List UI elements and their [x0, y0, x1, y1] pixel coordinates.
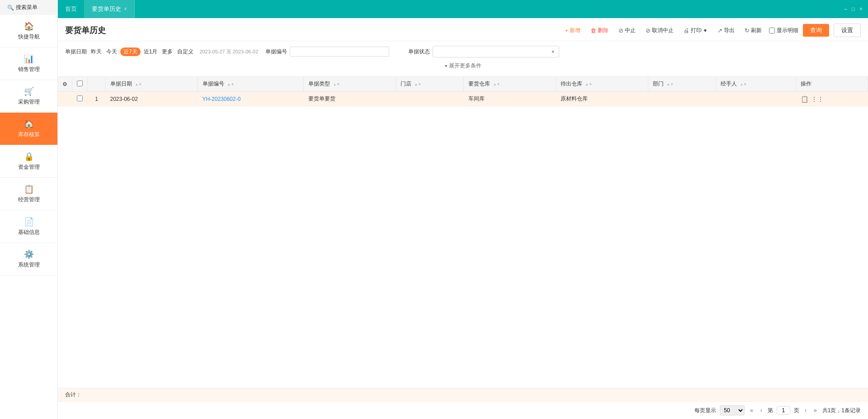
- date-range-display: 2023-05-27 至 2023-06-02: [199, 48, 258, 55]
- page-prev-icon[interactable]: ‹: [759, 407, 764, 414]
- sort-dept-icon: ▲▼: [666, 83, 674, 86]
- display-detail-checkbox[interactable]: [769, 28, 775, 33]
- th-pending-warehouse[interactable]: 待出仓库 ▲▼: [556, 76, 648, 92]
- export-button[interactable]: ↗ 导出: [715, 25, 737, 36]
- th-bill-type[interactable]: 单据类型 ▲▼: [304, 76, 396, 92]
- sort-handler-icon: ▲▼: [740, 83, 747, 86]
- table-container: ⚙ 单据日期 ▲▼ 单据编号 ▲▼: [58, 76, 868, 388]
- delete-button[interactable]: 🗑 删除: [588, 25, 611, 36]
- th-department[interactable]: 部门 ▲▼: [648, 76, 716, 92]
- toolbar: + 新增 🗑 删除 ⊘ 中止 ⊘ 取消中止 🖨 打印: [562, 24, 861, 37]
- page-last-icon[interactable]: »: [812, 407, 819, 414]
- filter-area: 单据日期 昨天 今天 近7天 近1月 更多 自定义 2023-05-27 至 2…: [58, 41, 868, 76]
- row-more-icon[interactable]: ⋮⋮: [811, 95, 824, 103]
- sidebar: 🔍 搜索菜单 🏠 快捷导航 📊 销售管理 🛒 采购管理 🏠 库存核算 🔒 资金管…: [0, 0, 58, 419]
- date-btn-yesterday[interactable]: 昨天: [90, 48, 103, 56]
- page-header: 要货单历史 + 新增 🗑 删除 ⊘ 中止 ⊘ 取消中止: [58, 18, 868, 41]
- settings-gear-icon: ⚙: [62, 81, 67, 87]
- th-handler[interactable]: 经手人 ▲▼: [716, 76, 796, 92]
- topbar: 首页 要货单历史 × – □ ×: [58, 0, 868, 18]
- topbar-tabs: 首页 要货单历史 ×: [58, 0, 135, 18]
- row-actions-cell: 📋 ⋮⋮: [796, 92, 868, 106]
- sidebar-item-finance[interactable]: 🔒 资金管理: [0, 145, 57, 178]
- row-checkbox-cell[interactable]: [72, 92, 88, 106]
- date-btn-more[interactable]: 更多: [160, 48, 174, 56]
- stop-button[interactable]: ⊘ 中止: [616, 25, 638, 36]
- date-btn-today[interactable]: 今天: [105, 48, 118, 56]
- row-bill-type: 要货单要货: [304, 92, 396, 106]
- sidebar-item-system[interactable]: ⚙️ 系统管理: [0, 243, 57, 276]
- close-window-icon[interactable]: ×: [859, 6, 863, 12]
- refresh-icon: ↻: [745, 27, 750, 34]
- basic-icon: 📄: [24, 217, 34, 227]
- sidebar-item-purchase[interactable]: 🛒 采购管理: [0, 80, 57, 113]
- date-btn-custom[interactable]: 自定义: [176, 48, 195, 56]
- add-button[interactable]: + 新增: [562, 25, 584, 36]
- print-icon: 🖨: [684, 27, 689, 34]
- th-settings[interactable]: ⚙: [58, 76, 72, 92]
- row-pending-warehouse: 原材料仓库: [556, 92, 648, 106]
- expand-button[interactable]: ▾ 展开更多条件: [439, 60, 487, 71]
- inventory-icon: 🏠: [24, 119, 34, 129]
- bill-no-filter-group: 单据编号: [265, 47, 401, 57]
- date-btn-1month[interactable]: 近1月: [142, 48, 159, 56]
- tab-home[interactable]: 首页: [58, 0, 85, 18]
- settings-button[interactable]: 设置: [834, 24, 861, 37]
- query-button[interactable]: 查询: [803, 24, 829, 37]
- maximize-icon[interactable]: □: [852, 6, 855, 12]
- topbar-right: – □ ×: [844, 6, 868, 12]
- status-label: 单据状态: [408, 48, 430, 56]
- th-bill-no[interactable]: 单据编号 ▲▼: [198, 76, 303, 92]
- page-next-icon[interactable]: ›: [803, 407, 808, 414]
- th-store[interactable]: 门店 ▲▼: [396, 76, 463, 92]
- lock-icon: 🔒: [24, 152, 34, 162]
- minimize-icon[interactable]: –: [844, 6, 847, 12]
- row-num: 1: [88, 92, 106, 106]
- row-handler: [716, 92, 796, 106]
- date-filter-buttons: 昨天 今天 近7天 近1月 更多 自定义: [90, 48, 195, 56]
- stop-icon: ⊘: [618, 27, 623, 34]
- print-button[interactable]: 🖨 打印 ▼: [681, 25, 710, 36]
- table-header-row: ⚙ 单据日期 ▲▼ 单据编号 ▲▼: [58, 76, 868, 92]
- page-title: 要货单历史: [65, 25, 106, 36]
- status-select[interactable]: ▼: [433, 46, 559, 57]
- page-number-input[interactable]: [777, 406, 790, 414]
- th-req-warehouse[interactable]: 要货仓库 ▲▼: [464, 76, 556, 92]
- export-icon: ↗: [717, 27, 722, 34]
- row-bill-no[interactable]: YH-20230602-0: [198, 92, 303, 106]
- page-first-icon[interactable]: «: [748, 407, 755, 414]
- pagination: 每页显示 50 20 100 « ‹ 第 页 › » 共1页，1条记录: [58, 401, 868, 419]
- row-checkbox[interactable]: [77, 95, 83, 101]
- th-date[interactable]: 单据日期 ▲▼: [106, 76, 198, 92]
- table-body: 1 2023-06-02 YH-20230602-0 要货单要货 车间库 原材料…: [58, 92, 868, 106]
- delete-icon: 🗑: [590, 27, 596, 34]
- expand-row: ▾ 展开更多条件: [65, 60, 861, 71]
- per-page-select[interactable]: 50 20 100: [720, 405, 745, 415]
- th-checkbox[interactable]: [72, 76, 88, 92]
- content-area: 要货单历史 + 新增 🗑 删除 ⊘ 中止 ⊘ 取消中止: [58, 18, 868, 419]
- sidebar-item-inventory[interactable]: 🏠 库存核算: [0, 113, 57, 145]
- sidebar-item-operation[interactable]: 📋 经营管理: [0, 178, 57, 210]
- add-icon: +: [565, 27, 569, 34]
- bill-no-label: 单据编号: [265, 48, 287, 56]
- sort-reqwh-icon: ▲▼: [493, 83, 500, 86]
- page-suffix: 页: [794, 407, 799, 414]
- row-department: [648, 92, 716, 106]
- tab-close-icon[interactable]: ×: [124, 6, 127, 12]
- sidebar-item-search[interactable]: 🔍 搜索菜单: [0, 0, 57, 15]
- sort-pendingwh-icon: ▲▼: [585, 83, 592, 86]
- sidebar-item-sales[interactable]: 📊 销售管理: [0, 48, 57, 80]
- display-detail-toggle[interactable]: 显示明细: [769, 27, 798, 34]
- print-arrow-icon: ▼: [703, 28, 708, 33]
- sidebar-item-basic[interactable]: 📄 基础信息: [0, 210, 57, 243]
- tab-requisition-history[interactable]: 要货单历史 ×: [85, 0, 135, 18]
- row-edit-icon[interactable]: 📋: [801, 95, 808, 103]
- cancel-stop-button[interactable]: ⊘ 取消中止: [643, 25, 676, 36]
- date-btn-7days[interactable]: 近7天: [120, 48, 141, 56]
- bill-no-input[interactable]: [290, 47, 389, 57]
- select-all-checkbox[interactable]: [77, 81, 83, 86]
- date-filter-group: 单据日期 昨天 今天 近7天 近1月 更多 自定义 2023-05-27 至 2…: [65, 48, 258, 56]
- refresh-button[interactable]: ↻ 刷新: [742, 25, 764, 36]
- sidebar-item-quicknav[interactable]: 🏠 快捷导航: [0, 15, 57, 48]
- date-filter-label: 单据日期: [65, 48, 87, 56]
